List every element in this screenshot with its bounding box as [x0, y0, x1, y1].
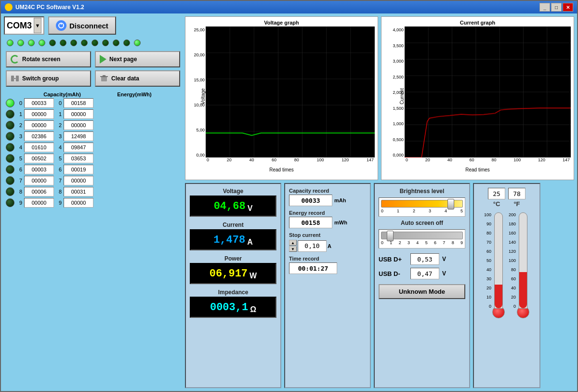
row-index-2: 3 [56, 133, 62, 139]
spin-down-button[interactable]: ▼ [289, 246, 297, 252]
app-icon [5, 3, 13, 11]
impedance-reading-display: 0003,1 Ω [190, 297, 276, 318]
top-controls: COM3 ▼ Disconnect [4, 16, 182, 35]
row-index: 6 [16, 167, 22, 172]
table-row: 4 01610 4 09847 [6, 143, 180, 152]
brightness-slider-track[interactable] [381, 200, 463, 208]
current-reading-block: Current 1,478 A [190, 222, 276, 250]
com-port-dropdown[interactable]: ▼ [34, 18, 41, 33]
brightness-slider-thumb[interactable] [447, 199, 454, 209]
table-row: 8 00006 8 00031 [6, 187, 180, 196]
capacity-record-value: 00033 [289, 195, 332, 206]
fahrenheit-box: 78 °F [508, 188, 525, 208]
minimize-button[interactable]: _ [539, 3, 550, 12]
auto-screen-off-label: Auto screen off [379, 220, 465, 226]
stop-current-unit: A [328, 243, 331, 249]
time-record-label: Time record [289, 256, 366, 261]
impedance-reading-unit: Ω [250, 305, 256, 315]
voltage-reading-block: Voltage 04,68 V [190, 188, 276, 217]
clear-data-icon [100, 74, 108, 83]
time-record-value: 00:01:27 [289, 262, 337, 274]
disconnect-label: Disconnect [69, 22, 108, 30]
row-indicator [6, 110, 14, 118]
data-rows-container: 0 00033 0 00158 1 00000 1 00000 2 00000 … [6, 98, 180, 208]
current-x-axis: 020406080100120147 [405, 157, 571, 162]
brightness-label: Brightness level [379, 188, 465, 195]
energy-value: 00158 [64, 98, 93, 108]
voltage-y-label: Voltage [200, 88, 206, 104]
voltage-reading-display: 04,68 V [190, 196, 276, 217]
fahrenheit-thermometer: 200 180 160 140 120 100 80 60 40 20 [509, 212, 529, 318]
current-graph-container: Current graph 4,0003,5003,0002,5002,0001… [381, 16, 574, 180]
usb-d-plus-unit: V [442, 256, 446, 262]
row-indicator [6, 154, 14, 163]
switch-group-button[interactable]: Switch group [6, 70, 91, 87]
voltage-graph-title: Voltage graph [188, 20, 375, 26]
row-index-2: 5 [56, 156, 62, 161]
next-page-label: Next page [109, 56, 137, 63]
current-reading-unit: A [247, 238, 253, 248]
usb-d-plus-label: USB D+ [379, 256, 407, 263]
window-controls: _ □ ✕ [539, 3, 573, 12]
energy-value: 00031 [64, 187, 93, 196]
current-graph-canvas [405, 26, 571, 157]
rotate-icon [11, 55, 19, 64]
data-table-header: Capacity(mAh) Energy(mWh) [6, 91, 180, 97]
power-reading-block: Power 06,917 W [190, 255, 276, 284]
row-index: 8 [16, 189, 22, 195]
stop-current-block: Stop current ▲ ▼ 0,10 A [289, 232, 366, 252]
fahrenheit-fill [519, 272, 527, 308]
row-index: 7 [16, 178, 22, 183]
auto-screen-slider-track[interactable] [381, 232, 463, 239]
current-reading-value: 1,478 [213, 234, 245, 246]
energy-value: 00000 [64, 109, 93, 119]
capacity-record-label: Capacity record [289, 188, 366, 194]
row-indicator [6, 198, 14, 207]
power-reading-value: 06,917 [210, 268, 248, 280]
fahrenheit-tube [519, 212, 527, 309]
row-index-2: 0 [56, 100, 62, 106]
com-port-selector[interactable]: COM3 ▼ [4, 16, 44, 35]
close-button[interactable]: ✕ [563, 3, 573, 12]
auto-screen-slider-thumb[interactable] [387, 231, 394, 241]
auto-screen-slider-container[interactable]: 0123456789 [379, 229, 465, 248]
energy-value: 00000 [64, 176, 93, 185]
energy-value: 00000 [64, 198, 93, 208]
current-x-label: Read times [384, 167, 571, 172]
temp-displays: 25 °C 78 °F [488, 188, 525, 208]
energy-value: 12498 [64, 131, 93, 141]
maximize-button[interactable]: □ [551, 3, 562, 12]
disconnect-button[interactable]: Disconnect [48, 16, 116, 35]
rotate-screen-button[interactable]: Rotate screen [6, 51, 91, 67]
cap-header: Capacity(mAh) [31, 91, 93, 97]
power-reading-unit: W [250, 272, 257, 281]
voltage-x-axis: 020406080100120147 [206, 157, 375, 162]
row-index-2: 8 [56, 189, 62, 195]
table-row: 3 02386 3 12498 [6, 131, 180, 141]
brightness-slider-container[interactable]: 012345 [379, 197, 465, 217]
spin-up-button[interactable]: ▲ [289, 240, 297, 246]
indicator-12 [134, 39, 141, 46]
impedance-reading-value: 0003,1 [210, 301, 248, 314]
disconnect-icon [56, 20, 66, 31]
clear-data-button[interactable]: Clear data [95, 70, 180, 87]
title-bar: UM24C PC Software V1.2 _ □ ✕ [1, 1, 577, 13]
cap-value: 00033 [24, 98, 54, 108]
indicator-8 [92, 39, 98, 46]
row-index-2: 6 [56, 167, 62, 172]
stop-current-value[interactable]: 0,10 [298, 240, 327, 252]
celsius-thermometer: 100 90 80 70 60 50 40 30 20 10 [484, 212, 505, 318]
row-index: 9 [16, 200, 22, 206]
cap-value: 02386 [24, 131, 54, 141]
next-page-button[interactable]: Next page [95, 51, 180, 67]
voltage-graph-canvas [206, 26, 375, 157]
table-row: 9 00000 9 00000 [6, 198, 180, 208]
indicator-7 [81, 39, 88, 46]
energy-value: 00019 [64, 165, 93, 174]
celsius-tube [494, 212, 503, 309]
row-index-2: 9 [56, 200, 62, 206]
usb-d-minus-row: USB D- 0,47 V [379, 268, 465, 279]
celsius-box: 25 °C [488, 188, 505, 208]
table-row: 5 00502 5 03653 [6, 154, 180, 163]
unknown-mode-button[interactable]: Unknown Mode [379, 284, 465, 299]
